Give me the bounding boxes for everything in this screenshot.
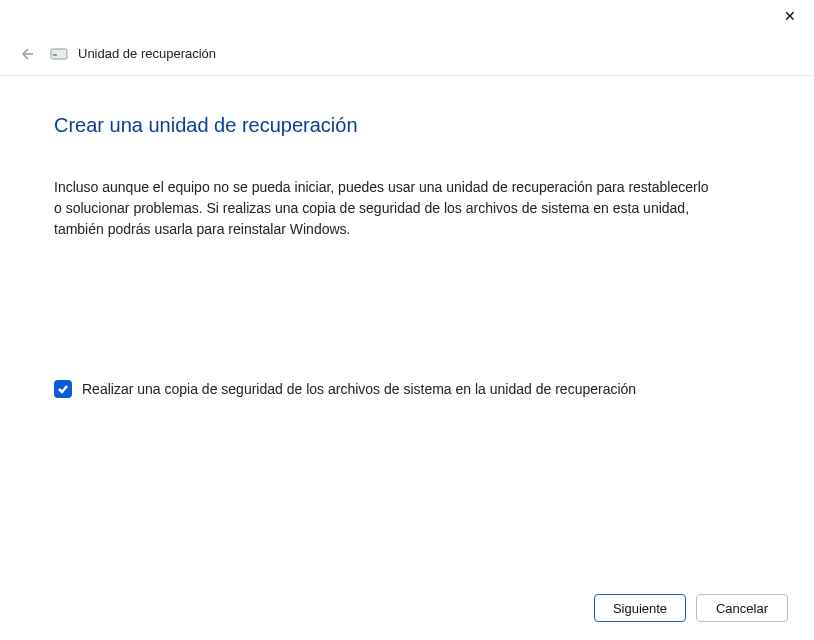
page-description: Incluso aunque el equipo no se pueda ini… (54, 177, 714, 240)
window-header: Unidad de recuperación (0, 32, 814, 76)
svg-rect-1 (53, 54, 57, 56)
back-arrow-icon[interactable] (18, 46, 34, 62)
close-icon[interactable]: ✕ (784, 9, 796, 23)
page-heading: Crear una unidad de recuperación (54, 114, 760, 137)
header-title: Unidad de recuperación (78, 46, 216, 61)
backup-system-files-checkbox[interactable] (54, 380, 72, 398)
main-content: Crear una unidad de recuperación Incluso… (0, 76, 814, 398)
next-button[interactable]: Siguiente (594, 594, 686, 622)
backup-system-files-label: Realizar una copia de seguridad de los a… (82, 381, 636, 397)
drive-icon (50, 47, 68, 61)
cancel-button[interactable]: Cancelar (696, 594, 788, 622)
